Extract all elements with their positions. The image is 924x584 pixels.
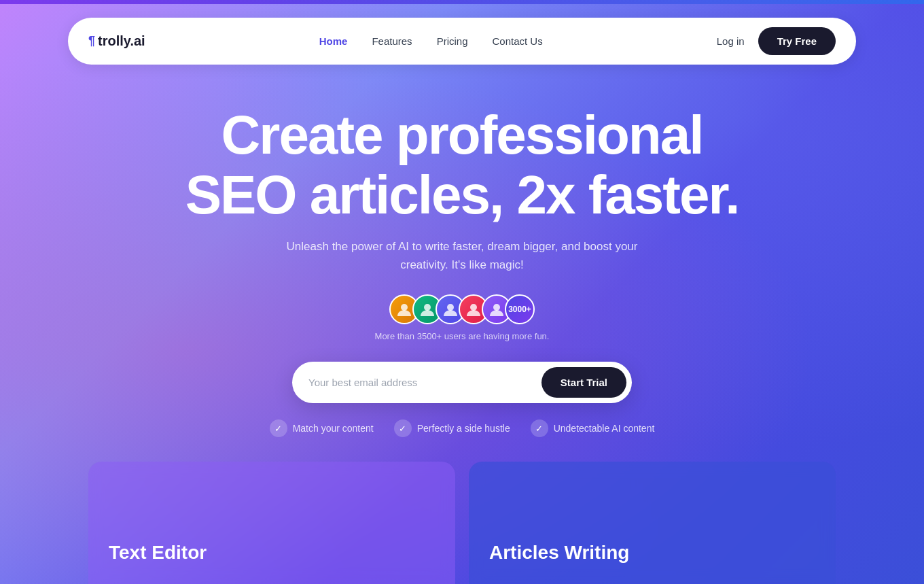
hero-subtitle-line2: creativity. It's like magic! — [400, 258, 523, 271]
email-input[interactable] — [308, 377, 541, 388]
nav-home[interactable]: Home — [319, 35, 348, 47]
hero-title-line1: Create professional — [221, 105, 703, 165]
svg-point-1 — [424, 304, 431, 311]
logo-text: trolly.ai — [98, 33, 145, 49]
card-text-editor: Text Editor — [88, 462, 455, 584]
check-icon-1: ✓ — [270, 419, 287, 437]
card-articles-writing-title: Articles Writing — [489, 542, 629, 564]
check-icon-3: ✓ — [531, 419, 548, 437]
logo[interactable]: ¶ trolly.ai — [88, 33, 145, 49]
feature-badge-1: ✓ Match your content — [270, 419, 374, 437]
card-text-editor-title: Text Editor — [109, 542, 207, 564]
nav-features[interactable]: Features — [372, 35, 412, 47]
start-trial-button[interactable]: Start Trial — [541, 367, 626, 398]
feature-badges: ✓ Match your content ✓ Perfectly a side … — [0, 419, 924, 437]
hero-section: Create professional SEO articles, 2x fas… — [0, 65, 924, 437]
feature-badge-2: ✓ Perfectly a side hustle — [394, 419, 510, 437]
avatars-row: 3000+ — [0, 294, 924, 324]
email-form: Start Trial — [0, 362, 924, 403]
nav-links: Home Features Pricing Contact Us — [319, 35, 543, 48]
hero-title-line2: SEO articles, 2x faster. — [185, 165, 739, 225]
nav-pricing[interactable]: Pricing — [437, 35, 468, 47]
svg-point-0 — [401, 304, 408, 311]
logo-icon: ¶ — [88, 34, 95, 48]
svg-point-2 — [447, 304, 454, 311]
hero-subtitle-line1: Unleash the power of AI to write faster,… — [287, 240, 638, 253]
svg-point-4 — [493, 304, 500, 311]
user-count-badge: 3000+ — [505, 294, 535, 324]
hero-subtitle: Unleash the power of AI to write faster,… — [0, 237, 924, 274]
bottom-cards: Text Editor Articles Writing — [88, 462, 836, 584]
check-icon-2: ✓ — [394, 419, 412, 437]
feature-label-1: Match your content — [293, 423, 374, 434]
email-input-wrapper: Start Trial — [292, 362, 632, 403]
login-button[interactable]: Log in — [717, 35, 745, 47]
feature-label-3: Undetectable AI content — [554, 423, 655, 434]
nav-actions: Log in Try Free — [717, 27, 836, 55]
hero-title: Create professional SEO articles, 2x fas… — [0, 105, 924, 225]
nav-contact[interactable]: Contact Us — [492, 35, 542, 47]
user-count-text: More than 3500+ users are having more fu… — [0, 331, 924, 341]
navbar: ¶ trolly.ai Home Features Pricing Contac… — [68, 18, 856, 65]
feature-label-2: Perfectly a side hustle — [417, 423, 510, 434]
feature-badge-3: ✓ Undetectable AI content — [531, 419, 655, 437]
top-accent-bar — [0, 0, 924, 4]
card-articles-writing: Articles Writing — [469, 462, 836, 584]
try-free-button[interactable]: Try Free — [758, 27, 836, 55]
svg-point-3 — [470, 304, 477, 311]
